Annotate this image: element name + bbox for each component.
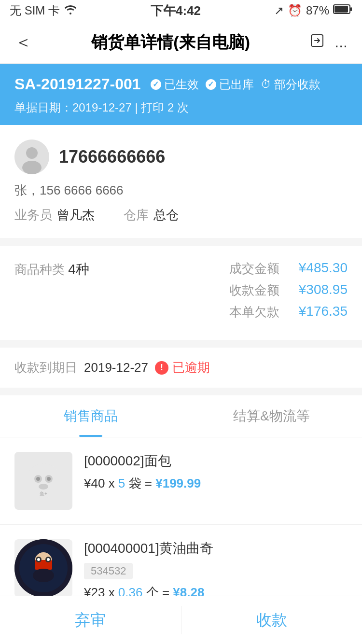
status-time: 下午4:42 bbox=[151, 2, 201, 19]
summary-section: 商品种类 4种 成交金额 ¥485.30 收款金额 ¥308.95 本单欠款 ¥… bbox=[0, 246, 362, 340]
status-badges: ✓ 已生效 ✓ 已出库 ⏱ 部分收款 bbox=[151, 77, 320, 92]
summary-left: 商品种类 4种 bbox=[14, 260, 89, 279]
svg-rect-2 bbox=[350, 7, 352, 11]
carrier-label: 无 SIM 卡 bbox=[10, 3, 60, 18]
order-meta: 单据日期：2019-12-27 | 打印 2 次 bbox=[14, 100, 348, 115]
battery-label: 87% bbox=[306, 4, 329, 17]
tabs-container: 销售商品 结算&物流等 bbox=[0, 395, 362, 437]
customer-info-row: 业务员 曾凡杰 仓库 总仓 bbox=[14, 207, 348, 224]
product-thumb-1: 鱼+ bbox=[14, 452, 72, 510]
svg-point-11 bbox=[47, 477, 51, 481]
confirm-button[interactable]: 收款 bbox=[181, 596, 362, 644]
bottom-bar: 弃审 收款 bbox=[0, 596, 362, 644]
nav-left: ＜ bbox=[14, 30, 32, 54]
debt-row: 本单欠款 ¥176.35 bbox=[229, 304, 348, 321]
product-name-1: [0000002]面包 bbox=[84, 452, 348, 470]
back-button[interactable]: ＜ bbox=[14, 30, 32, 54]
nav-right: ... bbox=[309, 33, 348, 52]
battery-icon bbox=[333, 4, 352, 17]
alarm-icon: ⏰ bbox=[288, 4, 302, 17]
avatar bbox=[14, 140, 49, 174]
share-icon[interactable] bbox=[309, 33, 325, 52]
svg-point-22 bbox=[33, 569, 54, 582]
cancel-button[interactable]: 弃审 bbox=[0, 596, 181, 644]
customer-sub: 张，156 6666 6666 bbox=[14, 182, 348, 199]
svg-point-12 bbox=[39, 484, 48, 490]
summary-right: 成交金额 ¥485.30 收款金额 ¥308.95 本单欠款 ¥176.35 bbox=[229, 260, 348, 325]
clock-icon: ⏱ bbox=[261, 78, 271, 91]
product-info-2: [000400001]黄油曲奇 534532 ¥23 x 0.36 个 = ¥8… bbox=[84, 539, 348, 601]
product-item-1: 鱼+ [0000002]面包 ¥40 x 5 袋 = ¥199.99 bbox=[0, 437, 362, 525]
status-badge-1: ✓ 已生效 bbox=[151, 77, 199, 92]
product-thumb-2 bbox=[14, 539, 72, 597]
check-icon-1: ✓ bbox=[151, 79, 161, 90]
order-header: SA-20191227-001 ✓ 已生效 ✓ 已出库 ⏱ 部分收款 单据日期：… bbox=[0, 64, 362, 125]
tab-products[interactable]: 销售商品 bbox=[0, 395, 181, 437]
product-name-2: [000400001]黄油曲奇 bbox=[84, 539, 348, 558]
amount-row: 成交金额 ¥485.30 bbox=[229, 260, 348, 277]
product-price-1: ¥40 x 5 袋 = ¥199.99 bbox=[84, 475, 348, 492]
product-info-1: [0000002]面包 ¥40 x 5 袋 = ¥199.99 bbox=[84, 452, 348, 492]
salesperson-info: 业务员 曾凡杰 bbox=[14, 207, 95, 224]
svg-point-5 bbox=[26, 147, 38, 159]
more-icon[interactable]: ... bbox=[334, 33, 348, 51]
svg-text:鱼+: 鱼+ bbox=[40, 491, 47, 496]
page-title: 销货单详情(来自电脑) bbox=[91, 31, 250, 54]
wifi-icon bbox=[64, 4, 77, 17]
svg-point-6 bbox=[22, 161, 42, 174]
location-icon: ↗ bbox=[274, 4, 284, 17]
payment-row: 收款金额 ¥308.95 bbox=[229, 282, 348, 299]
status-badge-3: ⏱ 部分收款 bbox=[261, 77, 320, 92]
customer-name: 17666666666 bbox=[59, 147, 165, 167]
status-bar: 无 SIM 卡 下午4:42 ↗ ⏰ 87% bbox=[0, 0, 362, 21]
tab-settlement[interactable]: 结算&物流等 bbox=[181, 395, 362, 437]
status-left: 无 SIM 卡 bbox=[10, 3, 77, 18]
svg-point-21 bbox=[47, 558, 50, 561]
nav-bar: ＜ 销货单详情(来自电脑) ... bbox=[0, 21, 362, 64]
svg-point-20 bbox=[37, 558, 40, 561]
status-badge-2: ✓ 已出库 bbox=[206, 77, 254, 92]
tabs: 销售商品 结算&物流等 bbox=[0, 395, 362, 437]
svg-point-10 bbox=[36, 477, 40, 481]
svg-rect-1 bbox=[334, 6, 348, 13]
overdue-badge: ! 已逾期 bbox=[155, 359, 210, 376]
overdue-icon: ! bbox=[155, 361, 168, 375]
due-section: 收款到期日 2019-12-27 ! 已逾期 bbox=[0, 348, 362, 388]
product-tag-2: 534532 bbox=[84, 563, 133, 579]
status-right: ↗ ⏰ 87% bbox=[274, 4, 352, 17]
check-icon-2: ✓ bbox=[206, 79, 216, 90]
warehouse-info: 仓库 总仓 bbox=[124, 207, 179, 224]
order-id: SA-20191227-001 bbox=[14, 75, 141, 93]
customer-section: 17666666666 张，156 6666 6666 业务员 曾凡杰 仓库 总… bbox=[0, 125, 362, 238]
